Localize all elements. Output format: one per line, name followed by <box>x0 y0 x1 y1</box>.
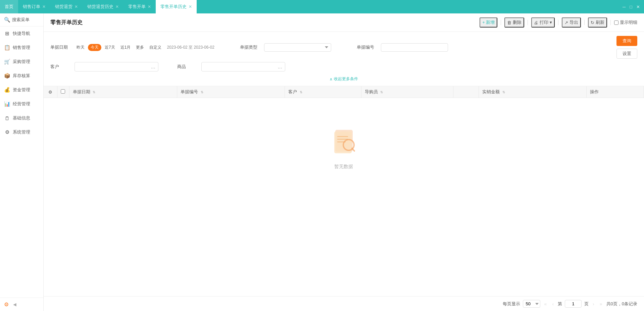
tab-retail-open-history[interactable]: 零售开单历史 ✕ <box>156 0 197 13</box>
show-detail-checkbox[interactable]: 显示明细 <box>614 19 637 25</box>
print-button[interactable]: 🖨 打印 ▾ <box>531 17 555 28</box>
refresh-icon: ↻ <box>591 20 594 25</box>
window-controls: ─ □ ✕ <box>623 4 644 9</box>
sort-date-icon: ⇅ <box>93 90 95 94</box>
page-input[interactable] <box>565 300 582 308</box>
date-btn-custom[interactable]: 自定义 <box>147 44 163 51</box>
action-buttons: 查询 设置 <box>616 36 637 59</box>
delete-icon: 🗑 <box>507 20 511 25</box>
setting-button[interactable]: 设置 <box>616 49 637 59</box>
close-tab-retail-open-history[interactable]: ✕ <box>189 4 192 9</box>
next-page-btn[interactable]: › <box>591 301 596 307</box>
sidebar-item-basic-info[interactable]: 🗒 基础信息 <box>0 111 43 125</box>
sidebar-item-system[interactable]: ⚙ 系统管理 <box>0 125 43 139</box>
sidebar-label-finance: 资金管理 <box>13 87 30 93</box>
sidebar-item-operations[interactable]: 📊 经营管理 <box>0 97 43 111</box>
system-icon: ⚙ <box>4 129 10 135</box>
delete-button[interactable]: 🗑 删除 <box>504 17 524 28</box>
sidebar-label-basic-info: 基础信息 <box>13 115 30 121</box>
collapse-filter-btn[interactable]: ∧ 收起更多条件 <box>50 75 637 83</box>
col-salesperson[interactable]: 导购员 ⇅ <box>361 86 453 98</box>
col-settings[interactable]: ⚙ <box>44 86 57 98</box>
export-icon: ↗ <box>564 20 568 25</box>
col-customer[interactable]: 客户 ⇅ <box>285 86 361 98</box>
data-table: ⚙ 单据日期 ⇅ 单据编号 ⇅ <box>44 86 644 197</box>
customer-input[interactable] <box>78 64 150 69</box>
add-button[interactable]: + 新增 <box>480 17 497 28</box>
print-icon: 🖨 <box>534 20 538 25</box>
close-tab-retail-open[interactable]: ✕ <box>148 4 151 9</box>
select-all-checkbox[interactable] <box>61 89 65 94</box>
first-page-btn[interactable]: « <box>543 301 548 307</box>
col-checkbox[interactable] <box>57 86 69 98</box>
sidebar-label-quick-nav: 快捷导航 <box>13 31 30 37</box>
settings-gear-icon[interactable]: ⚙ <box>4 301 9 308</box>
show-detail-input[interactable] <box>614 20 618 25</box>
sidebar-bottom: ⚙ ◄ <box>0 298 43 311</box>
sidebar-label-sales-mgmt: 销售管理 <box>13 45 30 51</box>
prev-page-btn[interactable]: ‹ <box>551 301 555 307</box>
col-action: 操作 <box>587 86 644 98</box>
customer-dots[interactable]: ... <box>151 64 155 70</box>
sidebar-item-quick-nav[interactable]: ⊞ 快捷导航 <box>0 27 43 41</box>
sidebar-item-purchase-mgmt[interactable]: 🛒 采购管理 <box>0 55 43 69</box>
close-tab-sales-return[interactable]: ✕ <box>75 4 78 9</box>
maximize-btn[interactable]: □ <box>630 4 632 9</box>
tab-sales-order[interactable]: 销售订单 ✕ <box>18 0 50 13</box>
divider-3 <box>558 20 558 25</box>
date-btn-more[interactable]: 更多 <box>134 44 146 51</box>
date-btn-yesterday[interactable]: 昨天 <box>75 44 87 51</box>
customer-input-container[interactable]: ... <box>75 62 158 71</box>
page-header: 零售开单历史 + 新增 🗑 删除 🖨 打印 ▾ ↗ 导出 <box>44 13 644 32</box>
tab-home[interactable]: 首页 <box>0 0 18 13</box>
close-tab-sales-return-history[interactable]: ✕ <box>115 4 119 9</box>
page-summary: 共0页，0条记录 <box>606 301 637 307</box>
sidebar-search[interactable]: 🔍 搜索采单 <box>0 13 43 27</box>
divider-4 <box>584 20 585 25</box>
filter-area: 单据日期 昨天 今天 近7天 近1月 更多 自定义 2023-06-02 至 2… <box>44 32 644 86</box>
pagination: 每页显示 10 20 50 100 « ‹ 第 页 › » 共0页，0条记录 <box>44 296 644 311</box>
tab-sales-return-history[interactable]: 销货退货历史 ✕ <box>83 0 123 13</box>
close-tab-sales-order[interactable]: ✕ <box>42 4 46 9</box>
col-amount[interactable]: 实销金额 ⇅ <box>479 86 587 98</box>
page-title: 零售开单历史 <box>50 19 83 26</box>
sidebar: 🔍 搜索采单 ⊞ 快捷导航 📋 销售管理 🛒 采购管理 📦 库存核算 💰 资金管… <box>0 13 44 311</box>
page-size-label: 每页显示 <box>503 301 520 307</box>
sales-mgmt-icon: 📋 <box>4 45 10 51</box>
sidebar-collapse-btn[interactable]: ◄ <box>12 302 17 308</box>
close-btn[interactable]: ✕ <box>636 4 640 9</box>
empty-illustration <box>327 125 360 158</box>
col-number[interactable]: 单据编号 ⇅ <box>177 86 285 98</box>
product-input-container[interactable]: ... <box>201 62 285 71</box>
number-label: 单据编号 <box>357 44 376 50</box>
sort-customer-icon: ⇅ <box>300 90 302 94</box>
date-btn-1month[interactable]: 近1月 <box>118 44 133 51</box>
sidebar-item-finance[interactable]: 💰 资金管理 <box>0 83 43 97</box>
number-input[interactable] <box>381 43 448 52</box>
sidebar-item-inventory[interactable]: 📦 库存核算 <box>0 69 43 83</box>
export-button[interactable]: ↗ 导出 <box>562 17 581 28</box>
column-settings-icon[interactable]: ⚙ <box>48 90 52 95</box>
col-date[interactable]: 单据日期 ⇅ <box>69 86 177 98</box>
tab-retail-open[interactable]: 零售开单 ✕ <box>123 0 156 13</box>
query-button[interactable]: 查询 <box>616 36 637 46</box>
type-select[interactable] <box>264 43 331 52</box>
sort-salesperson-icon: ⇅ <box>380 90 383 94</box>
chevron-up-icon: ∧ <box>330 77 333 82</box>
tab-sales-return[interactable]: 销货退货 ✕ <box>50 0 83 13</box>
date-btn-today[interactable]: 今天 <box>88 44 101 51</box>
sidebar-search-label: 搜索采单 <box>12 17 30 23</box>
filter-row-2: 客户 ... 商品 ... <box>50 62 637 71</box>
sidebar-item-sales-mgmt[interactable]: 📋 销售管理 <box>0 41 43 55</box>
minimize-btn[interactable]: ─ <box>623 4 626 9</box>
empty-state-row: 暂无数据 <box>44 98 644 197</box>
sort-amount-icon: ⇅ <box>502 90 505 94</box>
refresh-button[interactable]: ↻ 刷新 <box>588 17 607 28</box>
date-btn-7days[interactable]: 近7天 <box>103 44 117 51</box>
page-size-select[interactable]: 10 20 50 100 <box>523 300 540 308</box>
product-input[interactable] <box>204 64 277 69</box>
product-dots[interactable]: ... <box>278 64 282 70</box>
date-shortcuts: 昨天 今天 近7天 近1月 更多 自定义 2023-06-02 至 2023-0… <box>75 44 214 51</box>
customer-label: 客户 <box>50 64 69 70</box>
last-page-btn[interactable]: » <box>598 301 604 307</box>
